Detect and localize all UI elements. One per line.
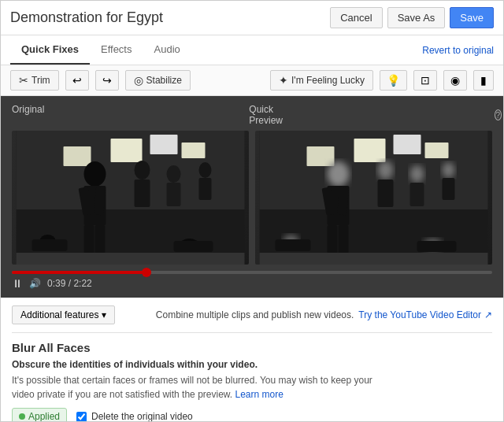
playback-controls: ⏸ 🔊 0:39 / 2:22 (12, 271, 492, 290)
svg-rect-22 (17, 253, 245, 265)
svg-point-43 (443, 162, 455, 178)
preview-video-frame (255, 131, 492, 265)
svg-rect-40 (378, 180, 394, 207)
svg-point-29 (328, 161, 350, 187)
svg-rect-13 (32, 239, 68, 251)
svg-rect-15 (174, 241, 213, 252)
tabs-bar: Quick Fixes Effects Audio Revert to orig… (1, 35, 503, 65)
external-icon: ↗ (484, 309, 492, 320)
blur-desc-text: It's possible that certain faces or fram… (12, 375, 372, 400)
preview-video-svg (255, 131, 492, 265)
applied-row: Applied Delete the original video (12, 408, 492, 422)
video-editor-label: Try the YouTube Video Editor (358, 309, 481, 320)
blur-section: Blur All Faces Obscure the identities of… (12, 341, 492, 422)
svg-rect-19 (167, 183, 181, 206)
volume-icon[interactable]: 🔊 (29, 278, 41, 289)
revert-link[interactable]: Revert to original (422, 39, 494, 62)
tab-effects[interactable]: Effects (90, 35, 143, 65)
original-video-svg (12, 131, 249, 265)
bulb-button[interactable]: 💡 (380, 70, 407, 91)
quickfix-toolbar: ✂ Trim ↩ ↪ ◎ Stabilize ✦ I'm Feeling Luc… (1, 65, 503, 96)
blur-desc-bold: Obscure the identities of individuals wi… (12, 359, 492, 370)
additional-features-button[interactable]: Additional features ▾ (12, 305, 115, 324)
help-icon[interactable]: ? (495, 109, 502, 120)
undo-button[interactable]: ↩ (65, 70, 89, 91)
svg-rect-33 (328, 225, 338, 257)
trim-button[interactable]: ✂ Trim (10, 70, 59, 91)
applied-label: Applied (28, 411, 60, 422)
applied-badge: Applied (12, 408, 67, 422)
svg-rect-11 (95, 225, 106, 257)
progress-fill (12, 271, 146, 274)
trim-label: Trim (32, 75, 50, 86)
delete-label: Delete the original video (91, 411, 193, 422)
delete-original-checkbox[interactable] (76, 412, 87, 422)
temp-button[interactable]: ▮ (473, 70, 494, 91)
preview-labels: Original Quick Preview ? (12, 104, 492, 126)
preview-area: Original Quick Preview ? (1, 96, 503, 298)
redo-button[interactable]: ↪ (95, 70, 119, 91)
save-as-button[interactable]: Save As (387, 7, 446, 28)
svg-rect-25 (354, 139, 386, 162)
svg-rect-26 (394, 135, 421, 154)
bottom-section: Additional features ▾ Combine multiple c… (1, 298, 503, 422)
svg-rect-27 (425, 143, 449, 158)
svg-point-39 (378, 161, 394, 180)
crop-button[interactable]: ⊡ (413, 70, 437, 91)
feeling-lucky-button[interactable]: ✦ I'm Feeling Lucky (270, 70, 373, 91)
svg-rect-10 (84, 225, 94, 257)
playback-info: ⏸ 🔊 0:39 / 2:22 (12, 277, 492, 290)
time-display: 0:39 / 2:22 (47, 278, 92, 289)
learn-more-link[interactable]: Learn more (235, 389, 283, 400)
total-time: 2:22 (73, 278, 91, 289)
svg-rect-44 (443, 178, 455, 200)
svg-point-18 (167, 165, 181, 183)
svg-rect-45 (260, 253, 488, 265)
wand-icon: ✦ (279, 74, 288, 87)
svg-point-16 (135, 161, 150, 180)
page-title: Demonstration for Egypt (10, 9, 163, 26)
svg-rect-36 (276, 239, 311, 251)
svg-point-20 (199, 162, 212, 178)
delete-original-label[interactable]: Delete the original video (76, 411, 193, 422)
blur-title: Blur All Faces (12, 341, 492, 354)
svg-rect-28 (307, 146, 335, 166)
feeling-lucky-label: I'm Feeling Lucky (291, 75, 365, 86)
tab-quick-fixes[interactable]: Quick Fixes (10, 35, 90, 65)
svg-rect-4 (182, 143, 206, 158)
stabilize-button[interactable]: ◎ Stabilize (125, 70, 191, 91)
stabilize-label: Stabilize (146, 75, 182, 86)
pause-icon[interactable]: ⏸ (12, 277, 23, 290)
applied-dot (19, 413, 25, 420)
blur-desc: It's possible that certain faces or fram… (12, 373, 492, 402)
video-editor-link[interactable]: Try the YouTube Video Editor ↗ (358, 309, 492, 320)
save-button[interactable]: Save (450, 7, 494, 28)
svg-point-6 (84, 161, 106, 187)
additional-right: Combine multiple clips and publish new v… (156, 309, 492, 320)
svg-rect-21 (199, 178, 212, 200)
additional-features-label: Additional features (20, 309, 98, 320)
svg-rect-5 (64, 146, 91, 166)
progress-bar[interactable] (12, 271, 492, 274)
progress-thumb (142, 268, 151, 277)
svg-rect-17 (135, 180, 150, 207)
svg-rect-3 (150, 135, 178, 154)
svg-point-41 (410, 165, 424, 183)
tab-audio[interactable]: Audio (143, 35, 191, 65)
original-video-frame (12, 131, 249, 265)
combine-text: Combine multiple clips and publish new v… (156, 309, 354, 320)
svg-rect-42 (410, 183, 424, 206)
original-label: Original (12, 104, 44, 126)
quick-preview-label: Quick Preview ? (249, 104, 502, 126)
video-frames (12, 131, 492, 265)
trim-icon: ✂ (19, 74, 28, 87)
tabs: Quick Fixes Effects Audio (10, 35, 191, 65)
additional-features-row: Additional features ▾ Combine multiple c… (12, 305, 492, 333)
circle-button[interactable]: ◉ (443, 70, 467, 91)
stabilize-icon: ◎ (134, 74, 143, 87)
header-buttons: Cancel Save As Save (330, 7, 494, 28)
cancel-button[interactable]: Cancel (330, 7, 382, 28)
dropdown-icon: ▾ (102, 309, 106, 320)
svg-rect-2 (111, 139, 143, 162)
current-time: 0:39 (47, 278, 65, 289)
